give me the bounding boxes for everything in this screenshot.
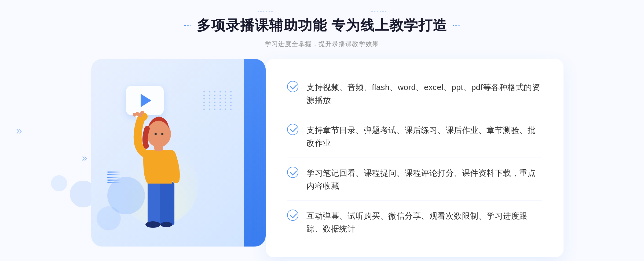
- feature-text-3: 学习笔记回看、课程提问、课程评论打分、课件资料下载，重点内容收藏: [306, 167, 542, 192]
- deco-circle-2: [51, 175, 67, 191]
- illus-circle-2: [97, 206, 121, 230]
- feature-item-2: 支持章节目录、弹题考试、课后练习、课后作业、章节测验、批改作业: [287, 116, 542, 158]
- svg-point-2: [145, 221, 160, 228]
- feature-text-4: 互动弹幕、试听购买、微信分享、观看次数限制、学习进度跟踪、数据统计: [306, 210, 542, 235]
- svg-point-7: [161, 133, 163, 135]
- svg-point-11: [140, 111, 144, 114]
- feature-text-2: 支持章节目录、弹题考试、课后练习、课后作业、章节测验、批改作业: [306, 124, 542, 150]
- title-dots-right: [453, 25, 460, 26]
- check-icon-4: [287, 210, 298, 221]
- check-icon-2: [287, 124, 298, 135]
- illustration-panel: »: [80, 59, 274, 257]
- svg-point-6: [155, 133, 157, 135]
- chevron-decoration: »: [82, 152, 87, 164]
- page-wrapper: 多项录播课辅助功能 专为线上教学打造 学习进度全掌握，提升录播课教学效果: [0, 0, 644, 261]
- subtitle: 学习进度全掌握，提升录播课教学效果: [184, 40, 460, 48]
- main-title: 多项录播课辅助功能 专为线上教学打造: [184, 16, 460, 35]
- page-arrow-left[interactable]: »: [16, 125, 22, 137]
- decorative-dots-right: [371, 11, 386, 12]
- person-figure: [118, 96, 204, 247]
- decorative-dots-left: [258, 11, 273, 12]
- title-text: 多项录播课辅助功能 专为线上教学打造: [197, 16, 447, 35]
- check-icon-1: [287, 81, 298, 92]
- svg-rect-1: [160, 182, 174, 225]
- check-icon-3: [287, 167, 298, 178]
- feature-item-1: 支持视频、音频、flash、word、excel、ppt、pdf等各种格式的资源…: [287, 73, 542, 115]
- feature-item-3: 学习笔记回看、课程提问、课程评论打分、课件资料下载，重点内容收藏: [287, 159, 542, 201]
- title-dots-left: [184, 25, 191, 26]
- feature-text-1: 支持视频、音频、flash、word、excel、ppt、pdf等各种格式的资源…: [306, 81, 542, 107]
- header-section: 多项录播课辅助功能 专为线上教学打造 学习进度全掌握，提升录播课教学效果: [184, 16, 460, 48]
- blue-strip: [244, 59, 266, 247]
- svg-point-3: [160, 222, 172, 227]
- features-panel: 支持视频、音频、flash、word、excel、ppt、pdf等各种格式的资源…: [266, 59, 564, 257]
- illus-background: [91, 59, 266, 247]
- illus-dot-grid: [203, 91, 233, 110]
- feature-item-4: 互动弹幕、试听购买、微信分享、观看次数限制、学习进度跟踪、数据统计: [287, 202, 542, 243]
- svg-point-10: [133, 113, 137, 117]
- main-content: » 支持视频、音频、flash、word、excel、ppt、pdf等各种格式的…: [80, 59, 564, 257]
